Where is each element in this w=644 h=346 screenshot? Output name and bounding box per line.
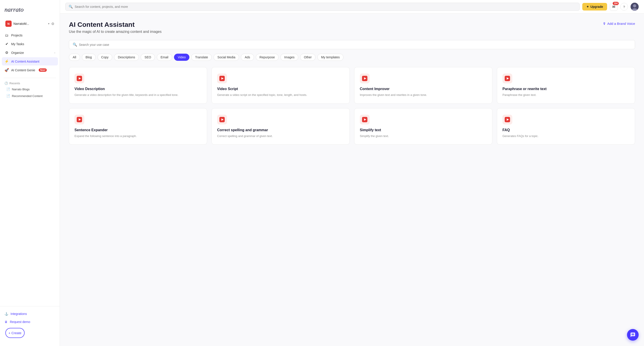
sidebar-item-label: Organize <box>11 51 24 54</box>
chip-copy[interactable]: Copy <box>98 54 112 61</box>
upgrade-button[interactable]: ✦ Upgrade <box>582 3 607 10</box>
card-desc: Expand the following sentence into a par… <box>74 134 202 138</box>
recent-item-recommended-content[interactable]: 📄 Recommended Content <box>2 92 58 99</box>
card-video-description[interactable]: Video Description Generate a video descr… <box>69 67 207 104</box>
chip-repurpose[interactable]: Repurpose <box>256 54 279 61</box>
card-faq[interactable]: FAQ Generates FAQs for a topic. <box>497 108 635 145</box>
projects-icon: 🗂 <box>4 33 9 37</box>
create-button[interactable]: + Create <box>5 328 24 338</box>
card-icon-wrap <box>217 73 227 83</box>
chip-blog[interactable]: Blog <box>82 54 96 61</box>
card-desc: Generate a video description for the giv… <box>74 93 202 97</box>
svg-text:narrato: narrato <box>4 6 24 13</box>
sidebar-item-ai-content-assistant[interactable]: ⚡ AI Content Assistant <box>2 57 58 65</box>
recent-item-narrato-blogs[interactable]: 📄 Narrato Blogs <box>2 86 58 92</box>
card-desc: Generate a video script on the specified… <box>217 93 344 97</box>
global-search-bar[interactable]: 🔍 <box>65 3 580 11</box>
page-header: AI Content Assistant Use the magic of AI… <box>69 21 635 34</box>
sidebar-item-integrations[interactable]: ⚓ Integrations <box>2 310 58 318</box>
mail-button[interactable]: ✉ 194 <box>610 3 618 11</box>
chip-email[interactable]: Email <box>157 54 172 61</box>
main-area: 🔍 ✦ Upgrade ✉ 194 ? <box>60 0 644 346</box>
user-menu[interactable]: N NarratoM... ▾ ⚙ <box>2 19 58 29</box>
card-desc: Generates FAQs for a topic. <box>502 134 630 138</box>
chip-ads[interactable]: Ads <box>241 54 254 61</box>
chip-social-media[interactable]: Social Media <box>214 54 239 61</box>
card-icon-wrap <box>360 73 370 83</box>
card-video-script[interactable]: Video Script Generate a video script on … <box>212 67 350 104</box>
card-desc: Paraphrase the given text. <box>502 93 630 97</box>
topbar-right: ✦ Upgrade ✉ 194 ? <box>582 3 639 11</box>
card-title: Content Improver <box>360 87 487 91</box>
card-icon-wrap <box>217 115 227 124</box>
card-title: Paraphrase or rewrite text <box>502 87 630 91</box>
card-desc: Simplify the given text. <box>360 134 487 138</box>
card-title: Simplify text <box>360 128 487 132</box>
chip-video[interactable]: Video <box>174 54 190 61</box>
chip-seo[interactable]: SEO <box>141 54 155 61</box>
card-icon-wrap <box>502 73 512 83</box>
sidebar-item-projects[interactable]: 🗂 Projects <box>2 31 58 39</box>
mail-icon: ✉ <box>612 5 615 9</box>
search-icon: 🔍 <box>69 5 73 9</box>
sidebar-nav: 🗂 Projects ✔ My Tasks ⚙ Organize › ⚡ AI … <box>0 30 60 75</box>
global-search-input[interactable] <box>75 5 576 8</box>
sidebar-item-label: AI Content Assistant <box>11 60 39 63</box>
chip-my-templates[interactable]: My templates <box>317 54 344 61</box>
topbar: 🔍 ✦ Upgrade ✉ 194 ? <box>60 0 644 14</box>
chevron-right-icon: › <box>54 51 55 54</box>
help-button[interactable]: ? <box>620 3 628 10</box>
sidebar-item-request-demo[interactable]: 🖥 Request demo <box>2 318 58 326</box>
search-icon: 🔍 <box>73 42 77 47</box>
card-title: Correct spelling and grammar <box>217 128 344 132</box>
card-icon-wrap <box>502 115 512 124</box>
card-desc: Correct spelling and grammar of given te… <box>217 134 344 138</box>
card-title: Video Script <box>217 87 344 91</box>
sidebar-divider <box>4 78 56 78</box>
doc-icon: 📄 <box>6 87 10 91</box>
sidebar-item-label: Projects <box>11 33 22 37</box>
chip-all[interactable]: All <box>69 54 80 61</box>
use-case-search-input[interactable] <box>79 43 631 46</box>
card-title: FAQ <box>502 128 630 132</box>
card-simplify-text[interactable]: Simplify text Simplify the given text. <box>354 108 492 145</box>
lightning-icon: ⚡ <box>4 59 9 63</box>
logo: narrato <box>0 4 60 19</box>
sidebar-item-ai-content-genie[interactable]: 🚀 AI Content Genie New! <box>2 66 58 74</box>
sidebar-item-label: My Tasks <box>11 42 24 46</box>
card-grid: Video Description Generate a video descr… <box>69 67 635 145</box>
chip-descriptions[interactable]: Descriptions <box>114 54 139 61</box>
chip-images[interactable]: Images <box>280 54 298 61</box>
page-title: AI Content Assistant <box>69 21 162 28</box>
chip-translate[interactable]: Translate <box>191 54 212 61</box>
profile-avatar[interactable] <box>630 3 639 11</box>
clock-icon: 🕐 <box>4 82 8 85</box>
gear-icon[interactable]: ⚙ <box>51 22 54 26</box>
card-icon-wrap <box>74 115 84 124</box>
page-subtitle: Use the magic of AI to create amazing co… <box>69 30 162 34</box>
content-area: AI Content Assistant Use the magic of AI… <box>60 14 644 346</box>
chip-other[interactable]: Other <box>300 54 316 61</box>
doc-icon: 📄 <box>6 94 10 98</box>
filter-chips: All Blog Copy Descriptions SEO Email Vid… <box>69 54 635 61</box>
use-case-search-bar[interactable]: 🔍 <box>69 40 635 49</box>
chevron-down-icon: ▾ <box>48 22 50 25</box>
anchor-icon: ⚓ <box>4 312 8 316</box>
chat-fab-button[interactable] <box>627 329 639 341</box>
card-title: Sentence Expander <box>74 128 202 132</box>
card-desc: Improves the given text and rewrites in … <box>360 93 487 97</box>
sidebar-item-my-tasks[interactable]: ✔ My Tasks <box>2 40 58 48</box>
rocket-icon: 🚀 <box>4 68 9 72</box>
card-spelling-grammar[interactable]: Correct spelling and grammar Correct spe… <box>212 108 350 145</box>
sidebar-item-organize[interactable]: ⚙ Organize › <box>2 48 58 57</box>
add-brand-voice-button[interactable]: 🎙 Add a Brand Voice <box>603 21 635 25</box>
card-paraphrase[interactable]: Paraphrase or rewrite text Paraphrase th… <box>497 67 635 104</box>
star-icon: ✦ <box>586 5 589 8</box>
card-content-improver[interactable]: Content Improver Improves the given text… <box>354 67 492 104</box>
svg-point-2 <box>633 4 636 7</box>
card-sentence-expander[interactable]: Sentence Expander Expand the following s… <box>69 108 207 145</box>
page-header-left: AI Content Assistant Use the magic of AI… <box>69 21 162 34</box>
card-icon-wrap <box>74 73 84 83</box>
sidebar: narrato N NarratoM... ▾ ⚙ 🗂 Projects ✔ M… <box>0 0 60 346</box>
monitor-icon: 🖥 <box>4 320 8 324</box>
